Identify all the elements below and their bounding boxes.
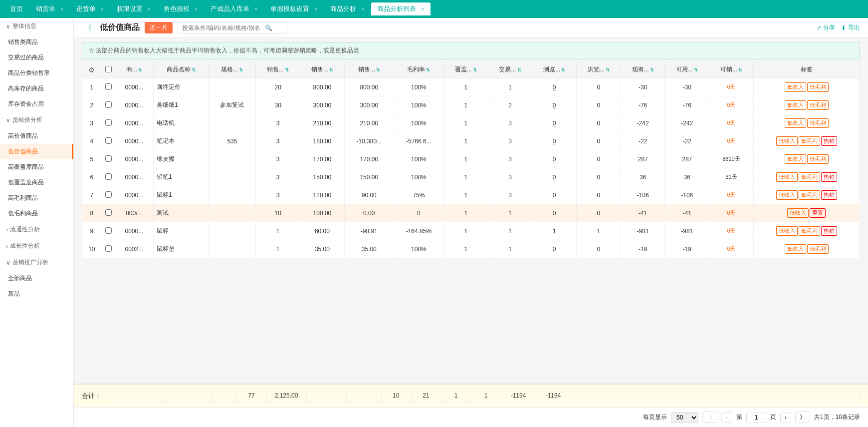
sidebar-item-low-value[interactable]: 低价值商品 [0, 144, 73, 159]
browse-link[interactable]: 0 [553, 156, 556, 163]
sidebar-item-new-products[interactable]: 新品 [0, 286, 73, 302]
browse-link[interactable]: 0 [553, 84, 556, 91]
select-all-checkbox[interactable] [105, 66, 112, 72]
row-sales-amount: 210.00 [344, 114, 394, 132]
settings-icon[interactable]: ⚙ [88, 66, 95, 74]
th-trade[interactable]: 交易...⇅ [488, 61, 532, 78]
nav-roles-close[interactable]: × [195, 6, 198, 12]
browse-link[interactable]: 0 [553, 192, 556, 199]
nav-inventory[interactable]: 产成品入库单 × [205, 2, 263, 15]
sidebar-item-high-coverage[interactable]: 高覆盖度商品 [0, 159, 73, 175]
sidebar-item-low-coverage[interactable]: 低覆盖度商品 [0, 175, 73, 190]
row-checkbox[interactable] [105, 191, 112, 198]
row-checkbox[interactable] [105, 245, 112, 252]
nav-permissions[interactable]: 权限设置 × [111, 2, 157, 15]
sidebar-group-marketing[interactable]: ∨ 营销推广分析 [0, 254, 73, 271]
sidebar-collapse-button[interactable]: 《 [82, 22, 95, 33]
sidebar-item-low-margin[interactable]: 低毛利商品 [0, 206, 73, 221]
th-name[interactable]: 商品名称⇅ [154, 61, 209, 78]
row-sales-qty: 10 [256, 204, 300, 222]
browse-link[interactable]: 1 [553, 228, 556, 235]
row-browse1: 0 [532, 114, 577, 132]
row-coverage: 1 [443, 240, 488, 258]
browse-link[interactable]: 0 [553, 138, 556, 145]
th-margin[interactable]: 毛利率⇅ [394, 61, 443, 78]
pagination: 每页显示 10 20 50 100 《 ‹ 第 页 › 》 共1页，10条记录 [74, 407, 868, 427]
nav-analysis-close[interactable]: × [361, 6, 364, 12]
th-spec[interactable]: 规格...⇅ [209, 61, 256, 78]
row-spec [209, 186, 256, 204]
row-name: 鼠标 [154, 222, 209, 240]
th-available-stock[interactable]: 可用...⇅ [665, 61, 709, 78]
th-sales-price[interactable]: 销售...⇅ [300, 61, 345, 78]
prev-page-button[interactable]: ‹ [721, 413, 732, 423]
page-number-input[interactable] [746, 413, 766, 423]
page-size-select[interactable]: 10 20 50 100 [671, 412, 698, 423]
last-page-button[interactable]: 》 [795, 412, 810, 423]
nav-permissions-close[interactable]: × [148, 6, 151, 12]
row-browse1: 0 [532, 186, 577, 204]
export-button[interactable]: ⬇ 导出 [841, 23, 860, 32]
share-button[interactable]: ↗ 分享 [816, 23, 835, 32]
row-browse2: 0 [577, 78, 621, 96]
row-checkbox[interactable] [105, 83, 112, 90]
filter-period-button[interactable]: 近一月 [145, 22, 173, 33]
row-trade: 2 [488, 96, 532, 114]
nav-analysis[interactable]: 商品分析 × [324, 2, 370, 15]
row-checkbox[interactable] [105, 137, 112, 144]
sidebar-item-inventory-capital[interactable]: 库存资金占用 [0, 96, 73, 112]
nav-sales-close[interactable]: × [60, 6, 63, 12]
nav-inventory-close[interactable]: × [254, 6, 257, 12]
row-checkbox[interactable] [105, 155, 112, 162]
sidebar-item-category-sales[interactable]: 商品分类销售率 [0, 65, 73, 81]
sidebar-group-contribution[interactable]: ∨ 贡献值分析 [0, 112, 73, 128]
nav-purchase-close[interactable]: × [101, 6, 104, 12]
browse-link[interactable]: 0 [553, 174, 556, 181]
sidebar-item-high-value[interactable]: 高价值商品 [0, 128, 73, 144]
row-checkbox[interactable] [105, 173, 112, 180]
nav-purchase[interactable]: 进货单 × [70, 2, 110, 15]
row-sales-price: 170.00 [300, 150, 345, 168]
nav-sales[interactable]: 销货单 × [30, 2, 69, 15]
browse-link[interactable]: 0 [553, 246, 556, 253]
row-checkbox[interactable] [105, 227, 112, 234]
sidebar-item-high-margin[interactable]: 高毛利商品 [0, 190, 73, 206]
nav-roles[interactable]: 角色授权 × [158, 2, 204, 15]
row-name: 铅笔1 [154, 168, 209, 186]
sidebar-group-overall[interactable]: ∨ 整体信息 [0, 18, 73, 34]
browse-link[interactable]: 0 [553, 120, 556, 127]
nav-analysis-list-close[interactable]: × [421, 6, 424, 12]
sidebar-group-circulation[interactable]: › 流通性分析 [0, 221, 73, 238]
first-page-button[interactable]: 《 [702, 412, 717, 423]
row-num: 10 [82, 240, 102, 258]
browse-link[interactable]: 0 [553, 210, 556, 217]
sidebar-item-traded-products[interactable]: 交易过的商品 [0, 50, 73, 65]
th-sales-amount[interactable]: 销售...⇅ [344, 61, 394, 78]
row-checkbox[interactable] [105, 101, 112, 108]
th-current-stock[interactable]: 现有...⇅ [621, 61, 665, 78]
th-code[interactable]: 商...⇅ [115, 61, 153, 78]
nav-template-close[interactable]: × [314, 6, 317, 12]
sidebar-item-sales-products[interactable]: 销售类商品 [0, 34, 73, 50]
th-sales-qty[interactable]: 销售...⇅ [256, 61, 300, 78]
th-sellable-stock[interactable]: 可销...⇅ [709, 61, 754, 78]
row-checkbox[interactable] [105, 119, 112, 126]
sidebar-item-all-products[interactable]: 全部商品 [0, 271, 73, 286]
nav-analysis-list[interactable]: 商品分析列表 × [371, 2, 430, 15]
nav-home[interactable]: 首页 [4, 2, 29, 15]
th-browse2[interactable]: 浏览...⇅ [577, 61, 621, 78]
search-input[interactable] [182, 24, 262, 31]
sidebar: ∨ 整体信息 销售类商品 交易过的商品 商品分类销售率 高库存的商品 库存资金占… [0, 18, 74, 427]
th-coverage[interactable]: 覆盖...⇅ [443, 61, 488, 78]
th-settings[interactable]: ⚙ [82, 61, 102, 78]
nav-template[interactable]: 单据模板设置 × [264, 2, 323, 15]
th-browse1[interactable]: 浏览...⇅ [532, 61, 577, 78]
row-checkbox[interactable] [105, 209, 112, 216]
search-icon[interactable]: 🔍 [265, 24, 272, 31]
product-tag: 低收入 [776, 136, 798, 146]
sidebar-group-growth[interactable]: › 成长性分析 [0, 238, 73, 254]
browse-link[interactable]: 0 [553, 102, 556, 109]
row-browse1: 0 [532, 132, 577, 150]
next-page-button[interactable]: › [780, 413, 791, 423]
sidebar-item-high-inventory[interactable]: 高库存的商品 [0, 81, 73, 96]
